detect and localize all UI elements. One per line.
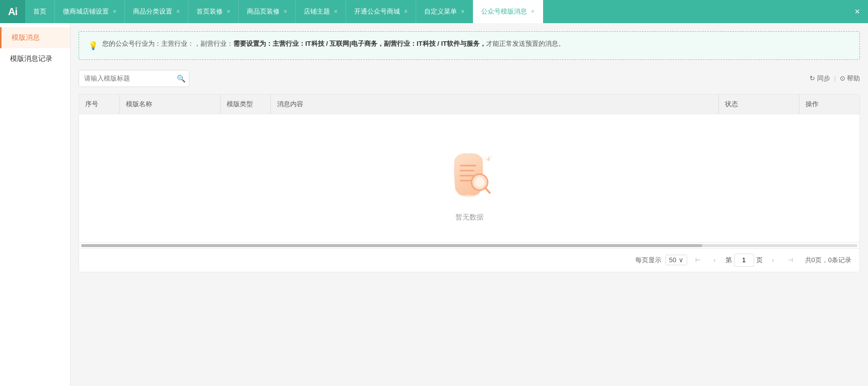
search-bar: 🔍 ↻ 同步 | ⊙ 帮助 xyxy=(79,70,860,87)
nav-tab-label-4: 商品页装修 xyxy=(247,7,280,16)
sidebar-item-0[interactable]: 模版消息 xyxy=(0,27,70,48)
table-header-col-2: 模版类型 xyxy=(220,95,271,114)
nav-tab-label-1: 微商城店铺设置 xyxy=(63,7,109,16)
table-header-col-0: 序号 xyxy=(79,95,119,114)
table-header-col-5: 操作 xyxy=(799,95,859,114)
search-input-wrap: 🔍 xyxy=(79,70,189,87)
help-button[interactable]: ⊙ 帮助 xyxy=(840,74,860,83)
page-input-wrap: 第 页 xyxy=(725,254,763,267)
nav-tab-label-5: 店铺主题 xyxy=(304,7,330,16)
nav-tab-label-8: 公众号模版消息 xyxy=(481,7,527,16)
industry-alert: 💡 您的公众号行业为：主营行业：，副营行业：需要设置为：主营行业：IT科技 / … xyxy=(79,31,860,60)
nav-tab-6[interactable]: 开通公众号商城× xyxy=(346,0,416,23)
divider: | xyxy=(834,74,836,82)
search-input[interactable] xyxy=(79,70,189,87)
help-icon: ⊙ xyxy=(840,74,845,82)
empty-illustration xyxy=(439,144,500,205)
sync-button[interactable]: ↻ 同步 xyxy=(810,74,830,83)
nav-tab-close-4[interactable]: × xyxy=(284,8,287,15)
sync-icon: ↻ xyxy=(810,74,815,82)
nav-tab-close-5[interactable]: × xyxy=(334,8,338,15)
svg-line-7 xyxy=(485,188,490,193)
nav-tab-close-1[interactable]: × xyxy=(113,8,116,15)
nav-tab-8[interactable]: 公众号模版消息× xyxy=(473,0,543,23)
scrollbar-thumb[interactable] xyxy=(81,244,702,247)
scrollbar-track xyxy=(81,244,857,247)
svg-point-6 xyxy=(475,177,485,187)
main-layout: 模版消息模版消息记录 💡 您的公众号行业为：主营行业：，副营行业：需要设置为：主… xyxy=(0,23,868,386)
nav-tab-0[interactable]: 首页 xyxy=(25,0,55,23)
nav-tab-close-7[interactable]: × xyxy=(461,8,464,15)
empty-state: 暂无数据 xyxy=(79,114,859,242)
table-header-col-1: 模版名称 xyxy=(119,95,220,114)
nav-tab-close-6[interactable]: × xyxy=(404,8,408,15)
nav-tab-label-6: 开通公众号商城 xyxy=(354,7,400,16)
nav-tab-close-8[interactable]: × xyxy=(531,8,535,15)
nav-tab-label-7: 自定义菜单 xyxy=(424,7,457,16)
nav-tab-5[interactable]: 店铺主题× xyxy=(296,0,346,23)
per-page-select[interactable]: 50 ∨ xyxy=(665,255,687,265)
global-close-button[interactable]: × xyxy=(846,0,868,23)
pagination: 每页显示 50 ∨ ⊢ ‹ 第 页 › ⊣ 共0页，0条记录 xyxy=(79,248,859,272)
total-info: 共0页，0条记录 xyxy=(805,256,851,265)
svg-line-11 xyxy=(491,157,492,158)
horizontal-scrollbar[interactable] xyxy=(79,242,859,248)
nav-tab-3[interactable]: 首页装修× xyxy=(188,0,239,23)
nav-tab-2[interactable]: 商品分类设置× xyxy=(125,0,188,23)
empty-text: 暂无数据 xyxy=(455,213,484,222)
nav-tab-close-3[interactable]: × xyxy=(227,8,230,15)
table-header-col-3: 消息内容 xyxy=(271,95,718,114)
prev-page-button[interactable]: ‹ xyxy=(708,254,721,267)
next-page-button[interactable]: › xyxy=(767,254,780,267)
nav-tab-label-0: 首页 xyxy=(33,7,46,16)
top-nav: Ai 首页微商城店铺设置×商品分类设置×首页装修×商品页装修×店铺主题×开通公众… xyxy=(0,0,868,23)
content-area: 💡 您的公众号行业为：主营行业：，副营行业：需要设置为：主营行业：IT科技 / … xyxy=(71,23,868,386)
sidebar: 模版消息模版消息记录 xyxy=(0,23,71,386)
table-header-col-4: 状态 xyxy=(718,95,799,114)
page-input[interactable] xyxy=(734,254,754,267)
search-icon[interactable]: 🔍 xyxy=(177,74,185,83)
table-header: 序号模版名称模版类型消息内容状态操作 xyxy=(79,95,859,114)
sidebar-item-1[interactable]: 模版消息记录 xyxy=(0,48,70,69)
nav-tab-4[interactable]: 商品页装修× xyxy=(239,0,296,23)
nav-tab-7[interactable]: 自定义菜单× xyxy=(416,0,473,23)
data-table: 序号模版名称模版类型消息内容状态操作 xyxy=(79,94,860,272)
first-page-button[interactable]: ⊢ xyxy=(691,254,704,267)
nav-tab-1[interactable]: 微商城店铺设置× xyxy=(55,0,125,23)
logo: Ai xyxy=(0,0,25,23)
per-page-label: 每页显示 xyxy=(635,256,661,265)
nav-tab-label-3: 首页装修 xyxy=(196,7,223,16)
right-actions: ↻ 同步 | ⊙ 帮助 xyxy=(810,74,860,83)
alert-icon: 💡 xyxy=(88,39,98,52)
nav-tab-close-2[interactable]: × xyxy=(176,8,180,15)
chevron-down-icon: ∨ xyxy=(679,256,684,264)
alert-text: 您的公众号行业为：主营行业：，副营行业：需要设置为：主营行业：IT科技 / 互联… xyxy=(102,39,565,49)
last-page-button[interactable]: ⊣ xyxy=(784,254,797,267)
nav-tab-label-2: 商品分类设置 xyxy=(133,7,172,16)
